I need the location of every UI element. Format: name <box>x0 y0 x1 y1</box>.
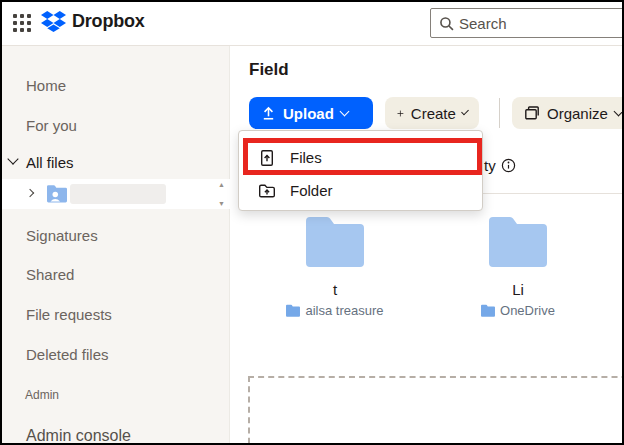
sidebar-item-admin-console[interactable]: Admin console <box>26 427 131 445</box>
menu-item-files-label: Files <box>290 149 322 166</box>
folder-icon <box>481 304 495 317</box>
search-box[interactable] <box>430 8 624 38</box>
folder-icon <box>286 304 300 317</box>
folder-icon <box>306 214 364 268</box>
sidebar-item-all-files[interactable]: All files <box>26 154 74 172</box>
folder-tile[interactable]: Li OneDrive <box>458 214 578 318</box>
search-icon <box>439 16 454 31</box>
main-content: Field Upload Create Organize <box>232 46 624 445</box>
toolbar-divider <box>499 98 500 128</box>
folder-tile-name: Li <box>458 281 578 298</box>
search-input[interactable] <box>459 15 609 32</box>
shared-folder-icon <box>47 184 67 203</box>
sidebar-item-for-you[interactable]: For you <box>26 117 77 135</box>
upload-dropdown-menu: Files Folder <box>238 130 483 211</box>
sidebar-tree-folder-row[interactable]: ▲ ▼ <box>2 179 230 209</box>
folder-tile[interactable]: t ailsa treasure <box>275 214 395 318</box>
sidebar: Home For you All files ▲ ▼ Signatures Sh… <box>2 46 230 443</box>
suggested-section-header-partial: ty <box>484 157 516 174</box>
folder-tile-name: t <box>275 281 395 298</box>
folder-tile-origin: OneDrive <box>458 303 578 318</box>
upload-arrow-icon <box>261 106 276 121</box>
folder-upload-icon <box>258 182 276 200</box>
chevron-right-icon[interactable] <box>26 189 34 197</box>
create-button-label: Create <box>411 105 456 122</box>
file-dropzone[interactable] <box>248 376 624 445</box>
sidebar-item-signatures[interactable]: Signatures <box>26 227 98 245</box>
folder-icon <box>489 214 547 268</box>
create-button[interactable]: Create <box>385 97 479 129</box>
folder-tile-origin-label: ailsa treasure <box>305 303 383 318</box>
menu-item-folder[interactable]: Folder <box>239 174 482 207</box>
dropbox-logo[interactable]: Dropbox <box>41 11 145 32</box>
scroll-down-icon[interactable]: ▼ <box>218 200 225 207</box>
menu-item-files[interactable]: Files <box>239 141 482 174</box>
apps-grid-icon[interactable] <box>13 14 31 32</box>
info-icon[interactable] <box>501 158 516 173</box>
sidebar-tree-scrollbar[interactable]: ▲ ▼ <box>214 179 229 209</box>
suggested-header-text-tail: ty <box>484 157 496 174</box>
top-bar: Dropbox <box>2 2 622 46</box>
upload-button[interactable]: Upload <box>249 97 373 129</box>
logo-wordmark: Dropbox <box>72 11 145 32</box>
organize-folders-icon <box>524 105 540 121</box>
sidebar-item-home[interactable]: Home <box>26 77 66 95</box>
plus-icon <box>397 107 404 120</box>
dropbox-logo-icon <box>41 11 66 32</box>
file-upload-icon <box>258 149 276 167</box>
chevron-down-icon <box>613 107 623 117</box>
sidebar-section-admin: Admin <box>25 388 59 402</box>
chevron-down-icon <box>461 108 469 116</box>
folder-tile-origin-label: OneDrive <box>500 303 555 318</box>
menu-item-folder-label: Folder <box>290 182 333 199</box>
redacted-folder-name <box>70 184 166 204</box>
page-title: Field <box>249 60 289 80</box>
upload-button-label: Upload <box>283 105 334 122</box>
chevron-down-icon[interactable] <box>7 153 18 164</box>
sidebar-item-deleted-files[interactable]: Deleted files <box>26 346 109 364</box>
sidebar-item-file-requests[interactable]: File requests <box>26 306 112 324</box>
folder-tile-origin: ailsa treasure <box>275 303 395 318</box>
dropbox-window: Dropbox Home For you All files ▲ ▼ <box>0 0 624 445</box>
chevron-down-icon <box>339 107 349 117</box>
organize-button[interactable]: Organize <box>512 97 624 129</box>
scroll-up-icon[interactable]: ▲ <box>218 181 225 188</box>
sidebar-item-shared[interactable]: Shared <box>26 266 74 284</box>
organize-button-label: Organize <box>547 105 608 122</box>
